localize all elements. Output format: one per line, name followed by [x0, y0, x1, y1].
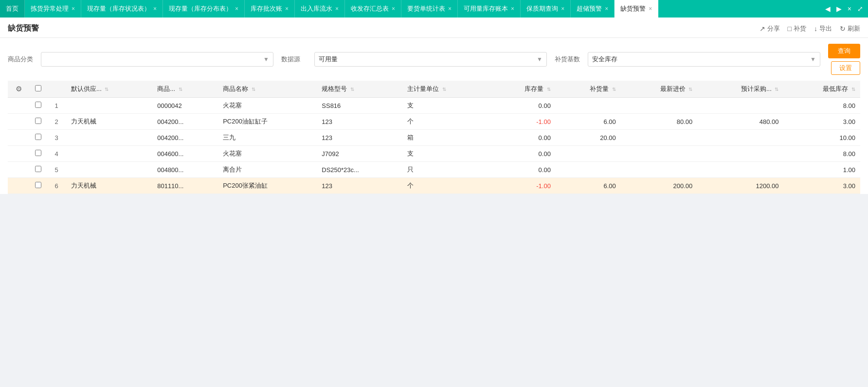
close-tab-expiry[interactable]: × — [561, 5, 564, 12]
row-stock-5: -1.00 — [490, 178, 556, 194]
col-check-header — [29, 81, 47, 98]
query-button[interactable]: 查询 — [828, 44, 860, 58]
row-gear-4 — [8, 162, 29, 178]
export-button[interactable]: ↓ 导出 — [814, 24, 832, 33]
settings-button[interactable]: 设置 — [831, 61, 860, 75]
page-title: 缺货预警 — [8, 23, 39, 34]
tab-abnormal[interactable]: 拣货异常处理 × — [25, 0, 81, 18]
col-latest-price-header[interactable]: 最新进价 ⇅ — [621, 81, 697, 98]
row-unit-1: 个 — [402, 114, 490, 130]
tab-expiry[interactable]: 保质期查询 × — [521, 0, 571, 18]
close-tab-overstock[interactable]: × — [605, 5, 608, 12]
close-tab-stock-status[interactable]: × — [153, 5, 157, 12]
row-name-2: 三九 — [218, 130, 317, 146]
select-all-checkbox[interactable] — [35, 85, 41, 91]
col-code-header[interactable]: 商品... ⇅ — [152, 81, 218, 98]
tab-bar: 首页 拣货异常处理 × 现存量（库存状况表） × 现存量（库存分布表） × 库存… — [0, 0, 868, 18]
tab-batch[interactable]: 库存批次账 × — [245, 0, 295, 18]
col-supplier-header[interactable]: 默认供应... ⇅ — [66, 81, 152, 98]
col-name-header[interactable]: 商品名称 ⇅ — [218, 81, 317, 98]
row-unit-3: 支 — [402, 146, 490, 162]
row-supplier-1: 力天机械 — [66, 114, 152, 130]
row-code-0: 0000042 — [152, 98, 218, 114]
row-checkbox-3[interactable] — [35, 150, 41, 156]
tab-receive[interactable]: 收发存汇总表 × — [345, 0, 401, 18]
row-latest-price-4 — [621, 162, 697, 178]
row-checkbox-4[interactable] — [35, 166, 41, 172]
close-tab-shortage[interactable]: × — [649, 5, 652, 12]
category-select[interactable]: ▼ — [41, 52, 273, 67]
row-index-5: 6 — [47, 178, 66, 194]
tab-expand-button[interactable]: ⤢ — [854, 0, 866, 18]
tab-inout[interactable]: 出入库流水 × — [295, 0, 345, 18]
col-spec-header[interactable]: 规格型号 ⇅ — [317, 81, 402, 98]
close-tab-batch[interactable]: × — [285, 5, 289, 12]
row-check-5[interactable] — [29, 178, 47, 194]
tab-order-stat[interactable]: 要货单统计表 × — [401, 0, 458, 18]
tab-next-button[interactable]: ▶ — [833, 0, 845, 18]
row-code-3: 004600... — [152, 146, 218, 162]
datasource-select[interactable]: 可用量 ▼ — [314, 52, 547, 67]
row-est-purchase-5: 1200.00 — [697, 178, 783, 194]
replenish-button[interactable]: □ 补货 — [788, 24, 806, 33]
row-checkbox-0[interactable] — [35, 102, 41, 108]
col-est-purchase-header[interactable]: 预计采购... ⇅ — [697, 81, 783, 98]
row-checkbox-1[interactable] — [35, 118, 41, 124]
tab-shortage[interactable]: 缺货预警 × — [615, 0, 658, 18]
col-replenish-header[interactable]: 补货量 ⇅ — [556, 81, 621, 98]
row-latest-price-3 — [621, 146, 697, 162]
col-min-stock-header[interactable]: 最低库存 ⇅ — [783, 81, 860, 98]
stock-sort-icon: ⇅ — [547, 87, 551, 92]
replenish-chevron-icon: ▼ — [810, 56, 816, 63]
code-sort-icon: ⇅ — [179, 87, 182, 92]
col-stock-header[interactable]: 库存量 ⇅ — [490, 81, 556, 98]
row-supplier-3 — [66, 146, 152, 162]
row-checkbox-2[interactable] — [35, 134, 41, 140]
column-settings-icon[interactable]: ⚙ — [16, 85, 22, 93]
tab-overstock[interactable]: 超储预警 × — [571, 0, 615, 18]
row-spec-0: SS816 — [317, 98, 402, 114]
tab-close-all-button[interactable]: × — [845, 0, 854, 18]
row-check-1[interactable] — [29, 114, 47, 130]
close-tab-avail-ledger[interactable]: × — [511, 5, 514, 12]
row-replenish-3 — [556, 146, 621, 162]
replenish-select[interactable]: 安全库存 ▼ — [588, 52, 820, 67]
col-unit-header[interactable]: 主计量单位 ⇅ — [402, 81, 490, 98]
row-stock-3: 0.00 — [490, 146, 556, 162]
tab-avail-ledger[interactable]: 可用量库存账本 × — [458, 0, 521, 18]
row-name-1: PC200油缸缸子 — [218, 114, 317, 130]
close-tab-order-stat[interactable]: × — [448, 5, 452, 12]
close-tab-receive[interactable]: × — [392, 5, 395, 12]
share-button[interactable]: ↗ 分享 — [760, 24, 780, 33]
row-latest-price-2 — [621, 130, 697, 146]
tab-stock-dist[interactable]: 现存量（库存分布表） × — [163, 0, 245, 18]
row-min-stock-3: 8.00 — [783, 146, 860, 162]
close-tab-abnormal[interactable]: × — [72, 5, 75, 12]
unit-sort-icon: ⇅ — [442, 87, 446, 92]
page-header: 缺货预警 ↗ 分享 □ 补货 ↓ 导出 ↻ 刷新 — [0, 18, 868, 38]
replenish-filter: 补货基数 安全库存 ▼ — [555, 52, 820, 67]
row-unit-5: 个 — [402, 178, 490, 194]
row-check-2[interactable] — [29, 130, 47, 146]
tab-home[interactable]: 首页 — [0, 0, 25, 18]
row-min-stock-2: 10.00 — [783, 130, 860, 146]
row-check-3[interactable] — [29, 146, 47, 162]
refresh-icon: ↻ — [840, 25, 846, 33]
close-tab-inout[interactable]: × — [335, 5, 339, 12]
tab-prev-button[interactable]: ◀ — [822, 0, 833, 18]
name-sort-icon: ⇅ — [252, 87, 255, 92]
refresh-button[interactable]: ↻ 刷新 — [840, 24, 860, 33]
row-stock-2: 0.00 — [490, 130, 556, 146]
row-est-purchase-3 — [697, 146, 783, 162]
close-tab-stock-dist[interactable]: × — [235, 5, 238, 12]
tab-stock-status[interactable]: 现存量（库存状况表） × — [81, 0, 163, 18]
row-checkbox-5[interactable] — [35, 182, 41, 188]
row-unit-4: 只 — [402, 162, 490, 178]
row-replenish-2: 20.00 — [556, 130, 621, 146]
row-supplier-2 — [66, 130, 152, 146]
row-replenish-1: 6.00 — [556, 114, 621, 130]
row-check-0[interactable] — [29, 98, 47, 114]
row-replenish-5: 6.00 — [556, 178, 621, 194]
row-check-4[interactable] — [29, 162, 47, 178]
row-stock-0: 0.00 — [490, 98, 556, 114]
